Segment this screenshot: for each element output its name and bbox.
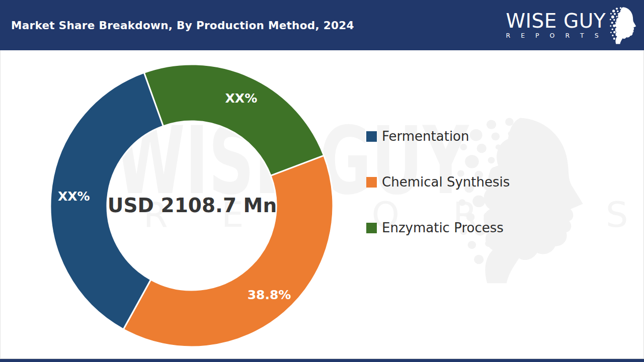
dotted-head-profile-icon [608, 6, 637, 44]
legend-item-enzymatic-process: Enzymatic Process [366, 220, 510, 235]
report-page: Market Share Breakdown, By Production Me… [0, 0, 644, 362]
segment-percentage-label: 38.8% [248, 288, 291, 302]
page-title: Market Share Breakdown, By Production Me… [11, 19, 354, 32]
chart-legend: Fermentation Chemical Synthesis Enzymati… [366, 129, 510, 266]
legend-label: Chemical Synthesis [382, 174, 510, 190]
logo-text: WISE GUY R E P O R T S [506, 11, 606, 39]
donut-center-value: USD 2108.7 Mn [92, 191, 293, 219]
segment-percentage-label: XX% [58, 189, 90, 204]
logo-wordmark: WISE GUY [506, 11, 606, 31]
header-bar: Market Share Breakdown, By Production Me… [0, 0, 644, 50]
chart-area: WISE GUY R E P O R T S XX%38.8%XX% USD 2… [0, 50, 644, 359]
legend-swatch-orange [366, 177, 377, 188]
donut-segment-enzymatic-process [144, 64, 324, 175]
legend-swatch-green [366, 223, 377, 233]
segment-percentage-label: XX% [225, 91, 258, 106]
legend-swatch-blue [366, 131, 377, 142]
legend-label: Fermentation [382, 129, 469, 144]
legend-label: Enzymatic Process [382, 220, 504, 235]
donut-segment-chemical-synthesis [123, 155, 333, 347]
footer-bar [0, 359, 644, 362]
wise-guy-logo: WISE GUY R E P O R T S [506, 6, 637, 44]
logo-subtitle: R E P O R T S [506, 33, 603, 39]
legend-item-fermentation: Fermentation [366, 129, 510, 144]
legend-item-chemical-synthesis: Chemical Synthesis [366, 174, 510, 190]
